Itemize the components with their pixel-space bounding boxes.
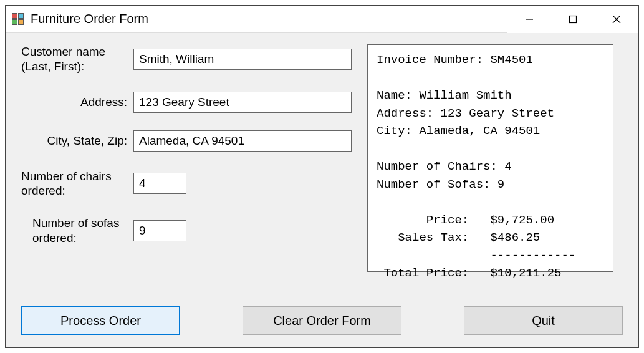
- close-icon: [612, 15, 621, 24]
- process-order-label: Process Order: [60, 314, 141, 328]
- close-button[interactable]: [595, 6, 638, 33]
- clear-form-button[interactable]: Clear Order Form: [243, 306, 401, 335]
- window-title: Furniture Order Form: [31, 12, 148, 26]
- client-area: Customer name (Last, First): Address: Ci…: [6, 33, 638, 347]
- form-panel: Customer name (Last, First): Address: Ci…: [21, 44, 364, 246]
- title-bar: Furniture Order Form: [6, 6, 638, 33]
- invoice-output: Invoice Number: SM4501 Name: William Smi…: [367, 44, 613, 272]
- sofas-label: Number of sofas ordered:: [21, 216, 133, 246]
- app-icon: [12, 13, 24, 26]
- quit-button[interactable]: Quit: [464, 306, 623, 335]
- svg-rect-1: [570, 16, 577, 22]
- process-order-button[interactable]: Process Order: [21, 306, 180, 335]
- city-state-zip-label: City, State, Zip:: [21, 133, 133, 148]
- chairs-label: Number of chairs ordered:: [21, 169, 133, 199]
- clear-form-label: Clear Order Form: [273, 314, 371, 328]
- chairs-input[interactable]: [133, 173, 186, 194]
- button-row: Process Order Clear Order Form Quit: [21, 306, 623, 335]
- city-state-zip-input[interactable]: [133, 130, 352, 152]
- maximize-icon: [569, 15, 577, 24]
- sofas-input[interactable]: [133, 220, 186, 241]
- customer-name-input[interactable]: [133, 49, 352, 70]
- customer-name-label: Customer name (Last, First):: [21, 44, 133, 74]
- minimize-button[interactable]: [507, 6, 551, 33]
- address-label: Address:: [21, 95, 133, 110]
- address-input[interactable]: [133, 92, 352, 113]
- quit-label: Quit: [532, 314, 555, 328]
- maximize-button[interactable]: [551, 6, 595, 33]
- window-frame: Furniture Order Form Customer name (Last…: [5, 5, 639, 348]
- minimize-icon: [525, 15, 534, 24]
